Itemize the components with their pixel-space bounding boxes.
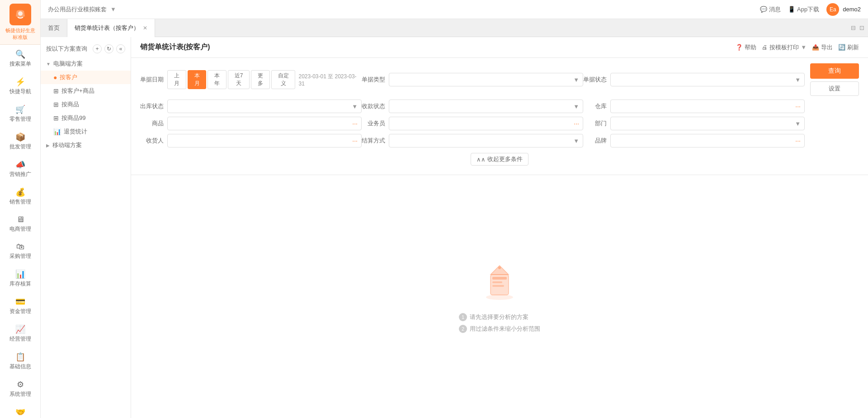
mobile-section: ▶ 移动端方案 [41,138,131,152]
settlement-filter-cell: 结算方式 ▼ [362,134,583,147]
help-label: 帮助 [745,43,756,52]
by-goods-icon: ⊞ [53,101,59,108]
sidebar-item-search-menu[interactable]: 🔍 搜索菜单 [0,45,40,72]
recipient-select[interactable]: ··· [167,134,362,147]
panel-title: 按以下方案查询 [46,45,87,53]
scheme-by-customer[interactable]: ● 按客户 [41,71,131,84]
scheme-by-goods-99[interactable]: ⊞ 按商品99 [41,111,131,125]
doc-type-label: 单据类型 [362,76,389,84]
settlement-arrow-icon: ▼ [573,138,579,144]
receipt-status-select[interactable]: ▼ [389,100,583,113]
export-btn[interactable]: 📤 导出 [812,43,833,52]
desktop-section-title[interactable]: ▼ 电脑端方案 [41,57,131,71]
setting-button[interactable]: 设置 [810,81,859,96]
goods-dots[interactable]: ··· [352,120,358,127]
brand-dots[interactable]: ··· [795,137,801,144]
desktop-section-label: 电脑端方案 [53,60,83,68]
scheme-return-stats[interactable]: 📊 退货统计 [41,125,131,138]
filter-row-2: 出库状态 ▼ 收款状态 ▼ 仓库 [140,100,859,113]
sidebar-item-finance[interactable]: 💳 资金管理 [0,292,40,320]
date-custom-btn[interactable]: 自定义 [271,70,296,89]
sidebar-item-quick-nav[interactable]: ⚡ 快捷导航 [0,72,40,100]
refresh-scheme-btn[interactable]: ↻ [104,44,113,53]
user-area[interactable]: Ea demo2 [826,3,861,16]
empty-tip-1: 1 请先选择要分析的方案 [459,311,540,323]
desktop-section: ▼ 电脑端方案 ● 按客户 ⊞ 按客户+商品 ⊞ 按商品 ⊞ 按商品99 [41,57,131,138]
filter-row-3: 商品 ··· 业务员 ··· 部门 [140,117,859,130]
salesperson-dots[interactable]: ··· [574,120,579,127]
date-this-year-btn[interactable]: 本年 [208,70,226,89]
salesperson-select[interactable]: ··· [389,117,583,130]
app-download-btn[interactable]: 📱 App下载 [788,5,819,14]
sidebar-item-operations[interactable]: 📈 经营管理 [0,320,40,347]
dept-filter-cell: 部门 ▼ [583,117,805,130]
logo-sub: 标准版 [4,34,37,41]
help-btn[interactable]: ❓ 帮助 [736,43,756,52]
warehouse-select[interactable]: ··· [610,100,805,113]
tab-home[interactable]: 首页 [41,19,67,37]
empty-state: 1 请先选择要分析的方案 2 用过滤条件来缩小分析范围 [131,175,868,418]
sidebar-item-wholesale[interactable]: 📦 批发管理 [0,128,40,155]
doc-type-select[interactable]: ▼ [389,73,583,86]
collapse-panel-btn[interactable]: « [116,44,125,53]
message-icon: 💬 [760,6,767,13]
sidebar-item-label: 库存核算 [2,280,38,288]
quick-nav-icon: ⚡ [2,77,38,87]
brand-label: 品牌 [583,137,610,145]
query-button[interactable]: 查询 [810,63,859,79]
sidebar-item-system[interactable]: ⚙ 系统管理 [0,375,40,403]
scheme-by-customer-goods[interactable]: ⊞ 按客户+商品 [41,84,131,98]
print-arrow-icon: ▼ [801,44,807,51]
expand-arrow-icon: ▼ [46,62,51,66]
export-label: 导出 [821,43,833,52]
warehouse-dots[interactable]: ··· [795,103,801,110]
wholesale-icon: 📦 [2,132,38,142]
brand-select[interactable]: ··· [610,134,805,147]
goods-select[interactable]: ··· [167,117,362,130]
tab-maximize-icon[interactable]: ⊡ [859,24,864,31]
out-status-select[interactable]: ▼ [167,100,362,113]
sidebar-item-retail[interactable]: 🛒 零售管理 [0,100,40,128]
date-last-month-btn[interactable]: 上月 [167,70,186,89]
recipient-dots[interactable]: ··· [352,137,358,144]
doc-status-filter-cell: 单据状态 ▼ [583,73,805,86]
tab-home-label: 首页 [48,24,60,32]
collapse-btn[interactable]: ∧∧ 收起更多条件 [471,153,528,166]
goods-filter-cell: 商品 ··· [140,117,362,130]
add-scheme-btn[interactable]: + [93,44,102,53]
date-last-7-days-btn[interactable]: 近7天 [228,70,250,89]
doc-status-label: 单据状态 [583,76,610,84]
sidebar-item-inventory[interactable]: 📊 库存核算 [0,265,40,292]
svg-rect-4 [492,281,502,283]
sidebar-item-cooperation[interactable]: 🤝 企业协同 [0,403,40,418]
refresh-icon: 🔄 [838,44,845,51]
sidebar-item-basic[interactable]: 📋 基础信息 [0,347,40,375]
username: demo2 [843,6,861,13]
dropdown-arrow-icon[interactable]: ▼ [110,6,116,13]
sidebar-item-label: 电商管理 [2,225,38,233]
scheme-by-goods-99-label: 按商品99 [61,114,85,122]
message-btn[interactable]: 💬 消息 [760,5,781,14]
scheme-by-goods[interactable]: ⊞ 按商品 [41,98,131,111]
logo-icon [9,4,31,25]
dept-select[interactable]: ▼ [610,117,805,130]
sidebar-item-purchase[interactable]: 🛍 采购管理 [0,238,40,265]
date-this-month-btn[interactable]: 本月 [188,70,207,89]
sidebar-item-marketing[interactable]: 📣 营销推广 [0,155,40,183]
tab-sales-stat[interactable]: 销货单统计表（按客户） ✕ [67,19,155,37]
panel-header-actions: + ↻ « [93,44,125,53]
tab-close-btn[interactable]: ✕ [143,25,147,31]
message-label: 消息 [769,5,781,14]
sidebar-item-sales[interactable]: 💰 销售管理 [0,183,40,210]
doc-status-select[interactable]: ▼ [610,73,805,86]
refresh-btn[interactable]: 🔄 刷新 [838,43,859,52]
warehouse-filter-cell: 仓库 ··· [583,100,805,113]
print-btn[interactable]: 🖨 按模板打印 ▼ [762,43,807,52]
tab-minimize-icon[interactable]: ⊟ [851,24,856,31]
page-header: 销货单统计表(按客户) ❓ 帮助 🖨 按模板打印 ▼ 📤 导出 [131,37,868,58]
settlement-select[interactable]: ▼ [389,134,583,147]
sidebar-item-ecommerce[interactable]: 🖥 电商管理 [0,210,40,238]
mobile-section-title[interactable]: ▶ 移动端方案 [41,138,131,152]
date-more-btn[interactable]: 更多 [251,70,270,89]
svg-point-0 [18,11,23,16]
